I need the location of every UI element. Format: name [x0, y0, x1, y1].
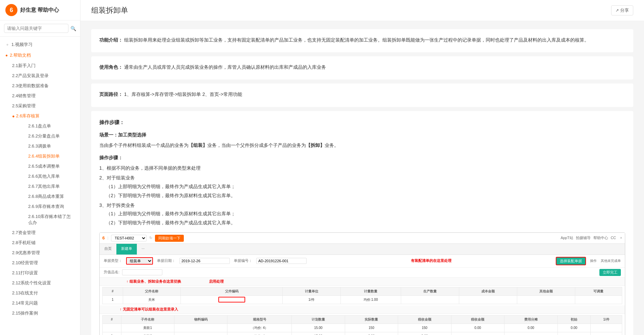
screenshot-refresh-icon[interactable]: ↻ — [149, 235, 152, 241]
sidebar-item-2-6-6[interactable]: 2.6.6其他入库单 — [16, 171, 80, 181]
sidebar-item-2-6-1-label: 2.6.1盘点单 — [28, 123, 51, 129]
screenshot-type-select[interactable]: 组装单 拆卸单 — [126, 257, 153, 265]
screenshot-tabs: 自页 新建单 ··· — [100, 244, 625, 255]
sidebar-item-2-6-2-label: 2.6.2分量盘点单 — [28, 133, 60, 139]
screenshot-inner: 6 | TEST-H002 ↻ 同期款项一下 AppT站 拍摄辅导 帮助中心 C… — [100, 233, 625, 335]
sidebar-item-2-14[interactable]: 2.14常见问题 — [0, 298, 80, 308]
screenshot-company-select[interactable]: TEST-H002 — [111, 235, 147, 241]
bcol-actual: 实际数量 — [345, 316, 398, 324]
page-title: 组装拆卸单 — [91, 5, 128, 15]
screenshot-nav-btn[interactable]: 同期款项一下 — [155, 235, 184, 242]
sidebar-item-2-2[interactable]: 2.2产品安装及登录 — [0, 71, 80, 81]
screenshot-callout-5-row: ↑ 无固定清单可以组装在这里里录入 — [100, 305, 625, 314]
screenshot-tab-new[interactable]: 新建单 — [116, 244, 137, 255]
screenshot-date-label: 单据日期： — [157, 258, 175, 264]
screenshot-number-label: 单据编号： — [234, 258, 252, 264]
path-text: 页面路径： 1、库存核算->库存管理->组装拆卸单 2、首页->常用功能 — [99, 90, 625, 99]
share-label: 分享 — [620, 7, 629, 13]
share-button[interactable]: ↗ 分享 — [611, 5, 633, 15]
step-3-1: （1）上部明细为父件明细，最终作为原材料生成其它出库单； — [106, 210, 625, 218]
main: 组装拆卸单 ↗ 分享 功能介绍： 组装拆卸单用来处理企业组装或拆卸等加工业务，支… — [80, 0, 644, 335]
sidebar-item-2-6-5[interactable]: 2.6.5成本调整单 — [16, 161, 80, 171]
cell-name: 关米 — [123, 296, 181, 304]
sidebar-item-2-6-7-label: 2.6.7其他出库单 — [28, 183, 60, 189]
screenshot-number-input[interactable] — [256, 258, 307, 264]
sidebar-item-2-4[interactable]: 2.4销售管理 — [0, 91, 80, 101]
step-2-1: （1）上部明细为父件明细，最终作为产成品生成其它入库单； — [106, 182, 625, 191]
share-icon: ↗ — [615, 8, 619, 13]
bcol-tax1: 税收金额 — [398, 316, 451, 324]
sidebar-item-2-13[interactable]: 2.13在线支付 — [0, 288, 80, 298]
screenshot-select-btn[interactable]: 选择装配单据 — [556, 257, 586, 265]
search-box: 🔍 — [0, 20, 80, 37]
sidebar-item-2-6[interactable]: ● 2.6库存核算 — [0, 111, 80, 121]
sidebar-item-2-6-10[interactable]: 2.6.10库存账本错了怎么办 — [16, 212, 80, 228]
step-2: 2、对于组装业务 （1）上部明细为父件明细，最终作为产成品生成其它入库单； （2… — [99, 174, 625, 200]
role-text: 使用角色： 通常由生产人员或库管人员完成拆装业务的操作，库管人员确认原材料的出库… — [99, 63, 625, 71]
sidebar-item-2-6-3[interactable]: 2.6.3调拨单 — [16, 141, 80, 151]
sidebar-item-2-10[interactable]: 2.10经营管理 — [0, 258, 80, 268]
sidebar-item-2-6-4[interactable]: 2.6.4组装拆卸单 — [16, 151, 80, 161]
screenshot-tab-more[interactable]: ··· — [137, 244, 149, 255]
bcol-tax2: 税收金额 — [451, 316, 504, 324]
bcol-name: 子件名称 — [121, 316, 174, 324]
cell-code-input[interactable] — [218, 297, 245, 302]
sidebar-item-2-3[interactable]: 2.3使用前数据准备 — [0, 81, 80, 91]
path-label: 页面路径： — [99, 92, 123, 97]
screenshot-appbar: 6 | TEST-H002 ↻ 同期款项一下 AppT站 拍摄辅导 帮助中心 C… — [100, 233, 625, 243]
screenshot-tab-home[interactable]: 自页 — [100, 244, 116, 255]
search-icon[interactable]: 🔍 — [70, 26, 76, 31]
sidebar-item-2-6-9[interactable]: 2.6.9库存账本查询 — [16, 202, 80, 212]
sidebar-item-2-13-label: 2.13在线支付 — [12, 290, 38, 296]
search-input[interactable] — [4, 24, 68, 33]
screenshot-confirm-btn[interactable]: 立即完工 — [599, 269, 621, 276]
sidebar-item-2-7[interactable]: 2.7资金管理 — [0, 228, 80, 238]
sidebar-item-2-2-label: 2.2产品安装及登录 — [12, 73, 49, 79]
screenshot-more-actions: 其他未完成单 — [601, 258, 621, 264]
sidebar-item-2-6-5-label: 2.6.5成本调整单 — [28, 163, 60, 169]
sidebar-item-2-6-8-label: 2.6.8商品成本重算 — [28, 193, 64, 200]
sidebar-item-2-7-label: 2.7资金管理 — [12, 230, 36, 236]
cell-unit: 1/件 — [282, 296, 340, 304]
sidebar-item-2-11[interactable]: 2.11打印设置 — [0, 268, 80, 278]
sidebar-item-2-6-7[interactable]: 2.6.7其他出库单 — [16, 181, 80, 191]
table-row: 1 关米 1/件 均价:1.00 — [103, 296, 622, 304]
screenshot-appt-icon: AppT站 — [560, 235, 573, 241]
sidebar-item-2-label: 2.帮助文档 — [10, 52, 31, 58]
sidebar-item-2-6-8[interactable]: 2.6.8商品成本重算 — [16, 191, 80, 202]
sidebar-item-2-4-label: 2.4销售管理 — [12, 93, 36, 99]
sidebar-item-2-6-10-label: 2.6.10库存账本错了怎么办 — [28, 214, 75, 226]
sidebar-item-2-6-1[interactable]: 2.6.1盘点单 — [16, 121, 80, 131]
main-header: 组装拆卸单 ↗ 分享 — [80, 0, 644, 21]
sidebar-item-1[interactable]: ＋ 1.视频学习 — [0, 39, 80, 50]
screenshot-date-input[interactable] — [179, 258, 230, 264]
screenshot-close-icon[interactable]: × — [620, 235, 622, 241]
sidebar-item-2-8[interactable]: 2.8手机旺铺 — [0, 238, 80, 248]
ops-card: 操作步骤： 场景一：加工类型选择 当由多个子件材料组装成一个成品的业务为【组装】… — [91, 111, 633, 335]
sidebar-item-2[interactable]: ● 2.帮助文档 — [0, 50, 80, 61]
screenshot-wrapper: 6 | TEST-H002 ↻ 同期款项一下 AppT站 拍摄辅导 帮助中心 C… — [99, 232, 625, 335]
sidebar-item-2-1-label: 2.1新手入门 — [12, 63, 36, 69]
logo-icon: 6 — [5, 4, 17, 16]
screenshot-stock-label: 升值品名: — [104, 269, 119, 276]
bcol-idx: # — [103, 316, 121, 324]
sidebar-item-2-6-4-label: 2.6.4组装拆卸单 — [28, 153, 60, 159]
sidebar-item-2-1[interactable]: 2.1新手入门 — [0, 61, 80, 71]
sidebar-item-2-15[interactable]: 2.15操作案例 — [0, 308, 80, 318]
screenshot-stock-input[interactable] — [122, 269, 162, 275]
screenshot-cc-icon: CC — [611, 235, 616, 241]
screenshot-top-table-wrapper: # 父件名称 父件编码 计量单位 计量数量 生产数量 成本金额 其他金额 可调量 — [100, 286, 625, 305]
screenshot-callout-4: ↑ 组装业务、拆卸业务在这里切换 — [126, 279, 182, 283]
sidebar-item-2-5[interactable]: 2.5采购管理 — [0, 101, 80, 111]
sidebar-item-2-6-2[interactable]: 2.6.2分量盘点单 — [16, 131, 80, 141]
screenshot-form-row: 单据类型： 组装单 拆卸单 单据日期： 单据编号： 有装配清单的在这里处理 选择… — [100, 255, 625, 268]
cell-qty: 均价:1.00 — [340, 296, 401, 304]
sidebar-item-2-12[interactable]: 2.12系统个性化设置 — [0, 278, 80, 288]
nav-tree: ＋ 1.视频学习 ● 2.帮助文档 2.1新手入门 2.2产品安装及登录 2.3… — [0, 37, 80, 335]
sidebar-item-2-9[interactable]: 2.9优惠券管理 — [0, 248, 80, 258]
sidebar-item-2-15-label: 2.15操作案例 — [12, 310, 38, 316]
col-prod-count: 生产数量 — [401, 287, 459, 296]
step-2-2: （2）下部明细为子件明细，最终作为原材料生成其它出库单。 — [106, 191, 625, 200]
sidebar-item-2-6-6-label: 2.6.6其他入库单 — [28, 173, 60, 179]
minus-icon: ● — [5, 53, 8, 58]
